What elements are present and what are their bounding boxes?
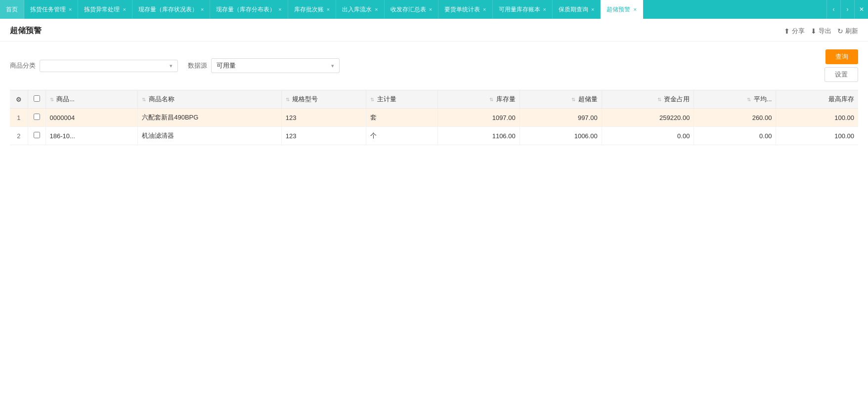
share-icon: ⬆ [784, 27, 790, 35]
gear-icon: ⚙ [16, 96, 22, 103]
row-2-spec: 123 [281, 127, 366, 145]
nav-item-task-mgmt[interactable]: 拣货任务管理 × [24, 0, 78, 19]
datasource-dropdown-arrow: ▾ [331, 63, 334, 69]
row-2-avg: 0.00 [694, 127, 776, 145]
close-available[interactable]: × [543, 6, 546, 12]
nav-item-order-stats[interactable]: 要货单统计表 × [438, 0, 492, 19]
close-quality[interactable]: × [591, 6, 594, 12]
nav-arrow-left[interactable]: ‹ [826, 0, 840, 19]
export-button[interactable]: ⬇ 导出 [811, 27, 831, 36]
category-label: 商品分类 [10, 61, 36, 70]
nav-item-exception[interactable]: 拣货异常处理 × [78, 0, 132, 19]
row-1-spec: 123 [281, 109, 366, 127]
datasource-label: 数据源 [188, 61, 207, 70]
data-table: ⚙ ⇅ 商品... ⇅ 商品名称 ⇅ 规格型号 [10, 90, 858, 145]
row-num-2: 2 [10, 127, 28, 145]
th-max-stock: 最高库存 [776, 90, 858, 109]
close-flow[interactable]: × [375, 6, 378, 12]
row-2-product-code: 186-10... [45, 127, 138, 145]
nav-arrow-right[interactable]: › [840, 0, 854, 19]
close-overstock[interactable]: × [633, 6, 636, 12]
nav-arrow-close[interactable]: ✕ [854, 0, 868, 19]
share-button[interactable]: ⬆ 分享 [784, 27, 805, 36]
datasource-select[interactable]: 可用量 ▾ [211, 58, 340, 73]
select-all-checkbox[interactable] [34, 95, 40, 102]
th-checkbox[interactable] [28, 90, 45, 109]
settings-button[interactable]: 设置 [825, 67, 858, 82]
datasource-select-text: 可用量 [217, 61, 236, 70]
export-icon: ⬇ [811, 27, 817, 35]
row-1-unit: 套 [366, 109, 437, 127]
nav-item-available[interactable]: 可用量库存账本 × [493, 0, 553, 19]
row-1-over-stock: 997.00 [520, 109, 602, 127]
sort-unit-icon: ⇅ [370, 97, 374, 102]
filter-area: 商品分类 ▾ 数据源 可用量 ▾ 查询 设置 [0, 41, 868, 90]
table-row: 2 186-10... 机油滤清器 123 个 1106.00 1006.00 … [10, 127, 858, 145]
row-1-max-stock: 100.00 [776, 109, 858, 127]
row-2-over-stock: 1006.00 [520, 127, 602, 145]
row-2-max-stock: 100.00 [776, 127, 858, 145]
row-1-product-code: 0000004 [45, 109, 138, 127]
header-actions: ⬆ 分享 ⬇ 导出 ↻ 刷新 [784, 27, 858, 36]
close-stock-dist[interactable]: × [278, 6, 281, 12]
page-container: 超储预警 ⬆ 分享 ⬇ 导出 ↻ 刷新 商品分类 ▾ 数据源 [0, 19, 868, 395]
row-checkbox-2[interactable] [28, 127, 45, 145]
row-1-capital: 259220.00 [602, 109, 694, 127]
table-header-row: ⚙ ⇅ 商品... ⇅ 商品名称 ⇅ 规格型号 [10, 90, 858, 109]
row-num-1: 1 [10, 109, 28, 127]
th-product-name[interactable]: ⇅ 商品名称 [138, 90, 282, 109]
sort-over-icon: ⇅ [571, 97, 575, 102]
th-over-stock[interactable]: ⇅ 超储量 [520, 90, 602, 109]
page-header: 超储预警 ⬆ 分享 ⬇ 导出 ↻ 刷新 [0, 19, 868, 41]
row-1-avg: 260.00 [694, 109, 776, 127]
category-filter: 商品分类 ▾ [10, 60, 178, 72]
row-2-checkbox[interactable] [34, 132, 40, 138]
row-2-capital: 0.00 [602, 127, 694, 145]
table-container: ⚙ ⇅ 商品... ⇅ 商品名称 ⇅ 规格型号 [0, 90, 868, 145]
sort-spec-icon: ⇅ [286, 97, 290, 102]
row-checkbox-1[interactable] [28, 109, 45, 127]
nav-item-quality[interactable]: 保质期查询 × [553, 0, 601, 19]
sort-product-code-icon: ⇅ [50, 97, 54, 102]
close-exception[interactable]: × [123, 6, 126, 12]
nav-item-flow[interactable]: 出入库流水 × [336, 0, 384, 19]
close-summary[interactable]: × [429, 6, 432, 12]
th-avg[interactable]: ⇅ 平均... [694, 90, 776, 109]
category-select[interactable]: ▾ [40, 60, 178, 72]
row-2-stock: 1106.00 [437, 127, 520, 145]
th-gear[interactable]: ⚙ [10, 90, 28, 109]
row-2-unit: 个 [366, 127, 437, 145]
nav-item-overstock[interactable]: 超储预警 × [601, 0, 643, 19]
close-order-stats[interactable]: × [483, 6, 486, 12]
close-stock-status[interactable]: × [201, 6, 204, 12]
query-button[interactable]: 查询 [825, 49, 858, 64]
close-task-mgmt[interactable]: × [69, 6, 72, 12]
sort-product-name-icon: ⇅ [142, 97, 146, 102]
sort-avg-icon: ⇅ [747, 97, 751, 102]
th-spec[interactable]: ⇅ 规格型号 [281, 90, 366, 109]
filter-buttons: 查询 设置 [825, 49, 858, 82]
sort-stock-icon: ⇅ [489, 97, 493, 102]
close-batch[interactable]: × [327, 6, 330, 12]
row-1-checkbox[interactable] [34, 114, 40, 120]
th-unit[interactable]: ⇅ 主计量 [366, 90, 437, 109]
category-dropdown-arrow: ▾ [170, 63, 173, 69]
th-stock[interactable]: ⇅ 库存量 [437, 90, 520, 109]
th-capital[interactable]: ⇅ 资金占用 [602, 90, 694, 109]
refresh-button[interactable]: ↻ 刷新 [837, 27, 858, 36]
th-product-code[interactable]: ⇅ 商品... [45, 90, 138, 109]
refresh-icon: ↻ [837, 27, 843, 35]
row-1-product-name: 六配套新昌490BPG [138, 109, 282, 127]
nav-item-stock-dist[interactable]: 现存量（库存分布表） × [210, 0, 288, 19]
row-2-product-name: 机油滤清器 [138, 127, 282, 145]
datasource-filter: 数据源 可用量 ▾ [188, 58, 340, 73]
page-title: 超储预警 [10, 26, 42, 36]
nav-item-summary[interactable]: 收发存汇总表 × [385, 0, 438, 19]
nav-arrows: ‹ › ✕ [826, 0, 868, 19]
nav-item-home[interactable]: 首页 [0, 0, 24, 19]
top-navigation: 首页 拣货任务管理 × 拣货异常处理 × 现存量（库存状况表） × 现存量（库存… [0, 0, 868, 19]
nav-item-batch[interactable]: 库存批次账 × [288, 0, 336, 19]
sort-capital-icon: ⇅ [657, 97, 661, 102]
table-row: 1 0000004 六配套新昌490BPG 123 套 1097.00 997.… [10, 109, 858, 127]
nav-item-stock-status[interactable]: 现存量（库存状况表） × [132, 0, 210, 19]
